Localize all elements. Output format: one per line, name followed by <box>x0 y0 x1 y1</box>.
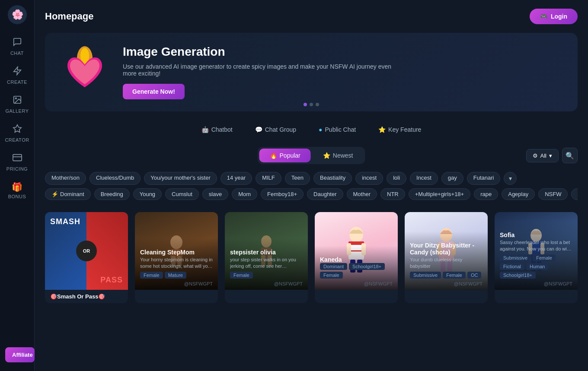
card-smash-or-pass[interactable]: SMASH PASS OR 🎯Smash Or Pass🎯 <box>45 212 128 303</box>
create-icon <box>13 66 22 78</box>
all-filter-select[interactable]: ⚙ All ▾ <box>526 149 559 162</box>
chat-group-label: Chat Group <box>265 126 296 133</box>
tag-young[interactable]: Young <box>133 188 162 200</box>
tag-yourmothersister[interactable]: You/your mother's sister <box>144 172 217 185</box>
login-icon: 🎮 <box>540 13 547 20</box>
card-title-3: Kaneda <box>320 256 393 263</box>
all-label: All <box>540 152 546 159</box>
tag-mom[interactable]: Mom <box>232 188 257 200</box>
svg-text:🌸: 🌸 <box>11 9 23 20</box>
search-button[interactable]: 🔍 <box>562 148 578 163</box>
tag-rape[interactable]: rape <box>474 188 498 200</box>
svg-rect-6 <box>13 155 21 161</box>
key-feature-icon: ⭐ <box>378 126 386 133</box>
card-stepsister-olivia[interactable]: stepsister olivia your step sister walks… <box>225 212 308 303</box>
popular-filter-button[interactable]: 🔥 Popular <box>259 149 311 162</box>
tag-14year[interactable]: 14 year <box>220 172 252 185</box>
tag-beastiality[interactable]: Beastiality <box>313 172 352 185</box>
banner-description: Use our advanced AI image generator to c… <box>123 63 399 77</box>
tag-femboy18[interactable]: Femboy18+ <box>261 188 304 200</box>
sidebar-item-chat[interactable]: CHAT <box>3 33 32 60</box>
sidebar-item-gallery[interactable]: GALLERY <box>3 91 32 118</box>
banner-dot-3[interactable] <box>316 103 319 106</box>
tag-loli[interactable]: loli <box>387 172 406 185</box>
tags-row-1: Mother/son Clueless/Dumb You/your mother… <box>45 172 578 185</box>
app-logo[interactable]: 🌸 <box>8 5 27 24</box>
tag-human: Human <box>526 263 548 270</box>
key-feature-label: Key Feature <box>388 126 421 133</box>
card-cleaning-stepmom[interactable]: Cleaning StepMom Your horny stepmom is c… <box>135 212 218 303</box>
tag-ntr[interactable]: NTR <box>380 188 405 200</box>
banner-dot-2[interactable] <box>310 103 313 106</box>
card-title-5: Sofia <box>500 231 572 238</box>
tag-incest-upper[interactable]: Incest <box>410 172 438 185</box>
sidebar-bonus-label: BONUS <box>8 194 26 199</box>
tag-futanari[interactable]: Futanari <box>467 172 501 185</box>
tag-femdom[interactable]: Femdom <box>571 188 578 200</box>
tag-teen[interactable]: Teen <box>285 172 310 185</box>
tab-public-chat[interactable]: ● Public Chat <box>309 122 365 137</box>
affiliate-button[interactable]: Affiliate <box>5 347 35 362</box>
card-ditzy-babysitter[interactable]: Your Ditzy Babysitter - Candy (shota) Yo… <box>405 212 488 303</box>
sidebar-item-create[interactable]: CREATE <box>3 62 32 89</box>
page-header: Homepage 🎮 Login <box>45 9 578 24</box>
tag-slave[interactable]: slave <box>202 188 228 200</box>
tag-mother[interactable]: Mother <box>347 188 377 200</box>
sidebar-item-bonus[interactable]: 🎁 BONUS <box>3 178 32 203</box>
sidebar-item-creator[interactable]: CREATOR <box>3 120 32 147</box>
chatbot-icon: 🤖 <box>201 126 209 133</box>
tags-row-2: ⚡Dominant Breeding Young Cumslut slave M… <box>45 188 578 200</box>
login-button[interactable]: 🎮 Login <box>530 9 578 24</box>
tag-gay[interactable]: gay <box>441 172 463 185</box>
tag-schoolgirl18-2: Schoolgirl18+ <box>500 272 536 279</box>
card-desc-5: Sassy cheerleader who lost a bet against… <box>500 239 572 252</box>
newest-filter-button[interactable]: ⭐ Newest <box>313 149 364 162</box>
svg-point-4 <box>15 98 16 99</box>
card-desc-4: Your dumb clueless sexy babysitter <box>410 257 483 269</box>
newest-label: Newest <box>333 152 353 159</box>
login-label: Login <box>551 13 567 20</box>
tag-clueless[interactable]: Clueless/Dumb <box>89 172 141 185</box>
card-tags-4: Submissive Female OC <box>410 272 483 279</box>
sidebar-creator-label: CREATOR <box>5 137 29 143</box>
svg-point-18 <box>349 227 363 242</box>
card-overlay-5: Sofia Sassy cheerleader who lost a bet a… <box>495 221 578 290</box>
tag-milf[interactable]: MILF <box>256 172 281 185</box>
card-title-2: stepsister olivia <box>230 249 303 256</box>
pass-label: PASS <box>100 276 123 285</box>
smash-card-body: 🎯Smash Or Pass🎯 <box>45 290 128 303</box>
chatbot-label: Chatbot <box>211 126 233 133</box>
tag-multiple-girls[interactable]: +Multiple+girls+18+ <box>409 188 470 200</box>
tag-mothersson[interactable]: Mother/son <box>45 172 86 185</box>
sidebar: 🌸 CHAT CREATE GALLERY <box>0 0 35 371</box>
filter-buttons: 🔥 Popular ⭐ Newest <box>258 147 365 164</box>
card-desc-2: your step sister walks in on you jerking… <box>230 257 303 269</box>
banner-dot-1[interactable] <box>304 103 307 106</box>
tag-submissive-2: Submissive <box>500 254 531 261</box>
tag-ageplay[interactable]: Ageplay <box>502 188 535 200</box>
card-overlay-2: stepsister olivia your step sister walks… <box>225 238 308 290</box>
tag-breeding[interactable]: Breeding <box>94 188 130 200</box>
smash-or-circle: OR <box>76 241 97 261</box>
tab-key-feature[interactable]: ⭐ Key Feature <box>369 122 431 137</box>
banner-title: Image Generation <box>123 45 399 59</box>
tags-expand-button[interactable]: ▾ <box>504 172 517 185</box>
tag-cumslut[interactable]: Cumslut <box>165 188 199 200</box>
card-author-4: @NSFWGPT <box>410 281 483 286</box>
tab-chat-group[interactable]: 💬 Chat Group <box>246 122 306 137</box>
gallery-icon <box>13 95 22 107</box>
tag-daughter[interactable]: Daughter <box>307 188 343 200</box>
tag-incest-lower[interactable]: incest <box>355 172 383 185</box>
tab-chatbot[interactable]: 🤖 Chatbot <box>192 122 242 137</box>
sidebar-chat-label: CHAT <box>10 51 24 56</box>
tag-nsfw[interactable]: NSFW <box>538 188 568 200</box>
card-sofia[interactable]: Sofia Sassy cheerleader who lost a bet a… <box>495 212 578 303</box>
tag-dominant[interactable]: ⚡Dominant <box>45 188 91 200</box>
chat-icon <box>13 37 22 49</box>
smash-label: SMASH <box>50 217 80 226</box>
sidebar-item-pricing[interactable]: PRICING <box>3 149 32 176</box>
chevron-down-icon: ▾ <box>549 152 552 159</box>
card-kaneda[interactable]: Kaneda Dominant Schoolgirl18+ Female @NS… <box>315 212 398 303</box>
generate-now-button[interactable]: Generate Now! <box>123 84 185 99</box>
search-icon: 🔍 <box>566 152 574 160</box>
